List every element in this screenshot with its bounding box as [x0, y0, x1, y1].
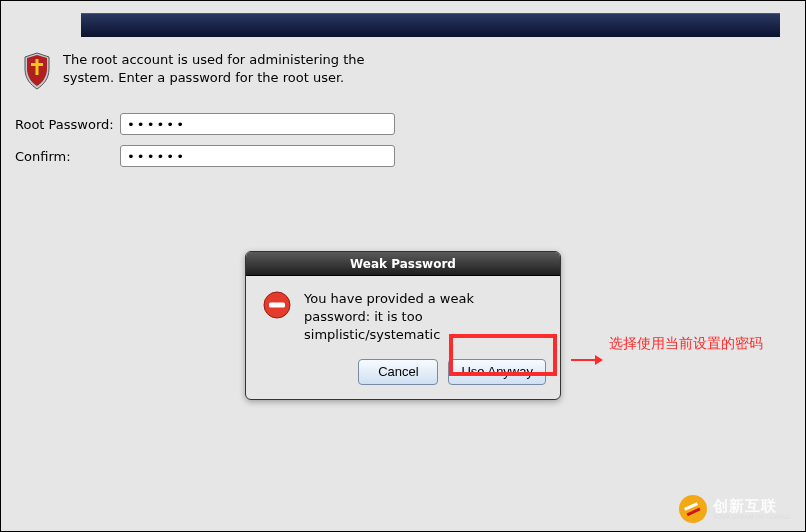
- use-anyway-button[interactable]: Use Anyway: [448, 359, 546, 385]
- watermark-logo-icon: [679, 495, 707, 523]
- dialog-message: You have provided a weak password: it is…: [304, 290, 544, 345]
- window-top-bar: [81, 13, 780, 37]
- dialog-title: Weak Password: [246, 252, 560, 276]
- intro-text: The root account is used for administeri…: [63, 51, 381, 86]
- cancel-button[interactable]: Cancel: [358, 359, 438, 385]
- watermark: 创新互联 YOUR DREAM I'M COMING: [679, 495, 791, 523]
- watermark-main: 创新互联: [713, 499, 791, 514]
- confirm-label: Confirm:: [15, 149, 120, 164]
- svg-rect-1: [36, 59, 39, 75]
- arrow-icon: [569, 353, 603, 367]
- password-form: Root Password: Confirm:: [15, 113, 395, 177]
- svg-marker-5: [595, 355, 603, 365]
- confirm-password-input[interactable]: [120, 145, 395, 167]
- root-password-label: Root Password:: [15, 117, 120, 132]
- shield-icon: [21, 51, 53, 91]
- intro-row: The root account is used for administeri…: [21, 51, 381, 91]
- svg-rect-3: [269, 303, 285, 308]
- watermark-sub: YOUR DREAM I'M COMING: [713, 514, 791, 520]
- annotation-text: 选择使用当前设置的密码: [609, 335, 763, 353]
- error-icon: [262, 290, 292, 320]
- root-password-input[interactable]: [120, 113, 395, 135]
- weak-password-dialog: Weak Password You have provided a weak p…: [245, 251, 561, 400]
